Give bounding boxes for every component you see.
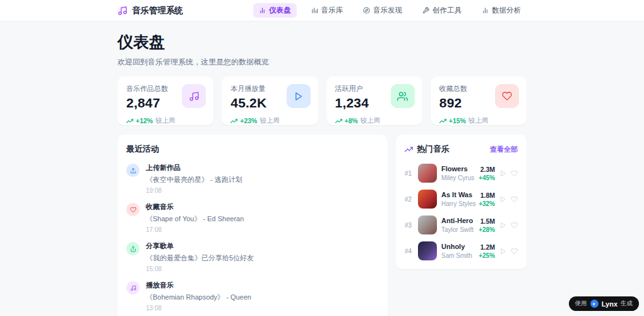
song-rank: #1: [405, 170, 414, 177]
stat-card-total-favorites: 收藏总数 892 +15% 较上周: [431, 76, 527, 125]
song-trend: +28%: [479, 226, 495, 233]
song-artist: Harry Styles: [441, 200, 474, 207]
trending-up-icon: [405, 145, 413, 154]
play-button[interactable]: [499, 170, 506, 177]
song-trend: +25%: [479, 252, 495, 259]
nav-label: 创作工具: [432, 6, 462, 15]
activity-time: 19:08: [146, 187, 242, 194]
song-title: As It Was: [441, 191, 474, 198]
stat-card-active-users: 活跃用户 1,234 +8% 较上周: [326, 76, 422, 125]
heart-icon: [495, 84, 519, 108]
activity-time: 13:08: [146, 305, 251, 312]
favorite-button[interactable]: [511, 222, 518, 229]
upload-icon: [126, 164, 140, 177]
hot-music-panel: 热门音乐 查看全部 #1 Flowers Miley Cyrus 2.3M +4…: [396, 135, 527, 269]
song-rank: #2: [405, 196, 414, 203]
song-row[interactable]: #1 Flowers Miley Cyrus 2.3M +45%: [405, 164, 518, 183]
song-title: Flowers: [441, 165, 474, 173]
activity-time: 15:08: [146, 265, 254, 272]
heart-icon: [126, 203, 140, 216]
album-art: [418, 190, 437, 209]
users-icon: [391, 84, 415, 108]
activity-detail: 《Shape of You》 - Ed Sheeran: [146, 214, 244, 224]
badge-prefix: 使用: [575, 300, 587, 308]
waveform-icon: [311, 7, 318, 14]
song-rank: #3: [405, 222, 414, 229]
share-icon: [126, 242, 140, 255]
favorite-button[interactable]: [511, 196, 518, 203]
stat-trend-suffix: 较上周: [155, 116, 176, 125]
stat-trend: +15%: [449, 117, 466, 125]
app-logo[interactable]: 音乐管理系统: [117, 5, 183, 16]
nav-item-dashboard[interactable]: 仪表盘: [253, 3, 297, 18]
album-art: [418, 216, 437, 234]
stat-card-monthly-plays: 本月播放量 45.2K +23% 较上周: [222, 76, 318, 125]
stat-trend: +23%: [240, 117, 257, 125]
activity-item-share[interactable]: 分享歌单 《我的最爱合集》已分享给5位好友 15:08: [126, 241, 379, 272]
song-plays: 1.8M: [479, 191, 495, 199]
lynx-badge[interactable]: 使用 Lynx 生成: [569, 296, 639, 311]
music-note-icon: [126, 281, 140, 295]
page-title: 仪表盘: [117, 32, 527, 52]
song-plays: 1.5M: [479, 217, 495, 225]
nav-item-analytics[interactable]: 数据分析: [476, 3, 527, 18]
wrench-icon: [422, 7, 429, 14]
lynx-logo-icon: [590, 300, 599, 308]
stat-trend: +12%: [136, 117, 153, 125]
nav-item-discover[interactable]: 音乐发现: [357, 3, 408, 18]
trending-up-icon: [126, 118, 133, 125]
song-row[interactable]: #4 Unholy Sam Smith 1.2M +25%: [405, 241, 518, 260]
favorite-button[interactable]: [511, 170, 518, 177]
stat-card-total-tracks: 音乐作品总数 2,847 +12% 较上周: [117, 76, 213, 125]
chart-icon: [482, 7, 489, 14]
song-title: Unholy: [441, 243, 474, 250]
nav-label: 仪表盘: [269, 6, 291, 15]
nav-label: 音乐发现: [373, 6, 402, 15]
play-icon: [287, 84, 311, 108]
compass-icon: [363, 7, 370, 14]
song-plays: 2.3M: [479, 166, 495, 173]
song-title: Anti-Hero: [441, 217, 474, 224]
trending-up-icon: [230, 118, 237, 125]
stat-trend-suffix: 较上周: [468, 116, 489, 125]
bar-chart-icon: [259, 7, 266, 14]
song-trend: +45%: [479, 174, 495, 181]
activity-time: 17:08: [146, 226, 244, 233]
favorite-button[interactable]: [511, 248, 518, 255]
song-plays: 1.2M: [479, 243, 495, 251]
main-nav: 仪表盘 音乐库 音乐发现 创作工具: [253, 3, 527, 18]
trending-up-icon: [335, 118, 342, 125]
song-row[interactable]: #2 As It Was Harry Styles 1.8M +32%: [405, 190, 518, 209]
album-art: [418, 164, 437, 183]
activity-item-play[interactable]: 播放音乐 《Bohemian Rhapsody》 - Queen 13:08: [126, 281, 379, 312]
song-row[interactable]: #3 Anti-Hero Taylor Swift 1.5M +28%: [405, 216, 518, 234]
activity-item-favorite[interactable]: 收藏音乐 《Shape of You》 - Ed Sheeran 17:08: [126, 202, 379, 233]
view-all-link[interactable]: 查看全部: [490, 145, 518, 154]
play-button[interactable]: [499, 196, 506, 203]
recent-activities-panel: 最近活动 上传新作品 《夜空中最亮的星》 - 逃跑计划 19:08: [117, 135, 388, 316]
album-art: [418, 241, 437, 260]
nav-item-library[interactable]: 音乐库: [306, 3, 349, 18]
app-title: 音乐管理系统: [132, 5, 183, 16]
activity-item-upload[interactable]: 上传新作品 《夜空中最亮的星》 - 逃跑计划 19:08: [126, 163, 379, 194]
nav-label: 音乐库: [321, 6, 343, 15]
activity-detail: 《Bohemian Rhapsody》 - Queen: [146, 293, 251, 302]
stats-row: 音乐作品总数 2,847 +12% 较上周 本月播放量 45.2K: [117, 76, 527, 125]
stat-trend: +8%: [345, 117, 358, 125]
nav-item-tools[interactable]: 创作工具: [417, 3, 467, 18]
activity-detail: 《我的最爱合集》已分享给5位好友: [146, 253, 254, 263]
music-note-icon: [182, 84, 206, 108]
song-artist: Taylor Swift: [441, 226, 474, 233]
activities-title: 最近活动: [126, 143, 379, 155]
nav-label: 数据分析: [492, 6, 521, 15]
stat-trend-suffix: 较上周: [259, 116, 280, 125]
song-artist: Miley Cyrus: [441, 174, 474, 181]
play-button[interactable]: [499, 248, 506, 255]
badge-brand: Lynx: [602, 300, 617, 308]
activity-detail: 《夜空中最亮的星》 - 逃跑计划: [146, 175, 242, 185]
trending-up-icon: [439, 118, 446, 125]
play-button[interactable]: [499, 222, 506, 229]
hot-music-title: 热门音乐: [417, 143, 450, 155]
activity-action: 收藏音乐: [146, 202, 244, 212]
stat-trend-suffix: 较上周: [361, 116, 381, 125]
